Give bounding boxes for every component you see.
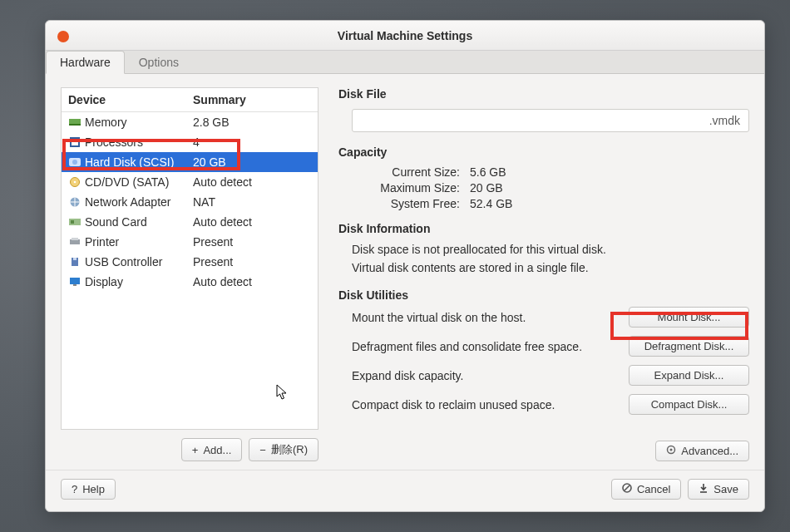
svg-point-17 <box>670 449 673 451</box>
system-free-label: System Free: <box>352 197 460 210</box>
device-row-processors[interactable]: Processors 4 <box>62 132 318 152</box>
svg-rect-11 <box>72 238 78 240</box>
device-summary: Auto detect <box>193 214 311 229</box>
device-summary: Present <box>193 234 311 249</box>
help-label: Help <box>82 483 105 495</box>
compact-disk-button[interactable]: Compact Disk... <box>629 394 749 415</box>
capacity-grid: Current Size: 5.6 GB Maximum Size: 20 GB… <box>352 165 749 210</box>
tab-options[interactable]: Options <box>125 51 193 74</box>
util-defrag-text: Defragment files and consolidate free sp… <box>352 340 582 353</box>
svg-line-19 <box>625 485 630 490</box>
device-name: Network Adapter <box>85 195 193 209</box>
device-name: Sound Card <box>85 214 193 229</box>
compact-label: Compact Disk... <box>651 398 728 411</box>
disk-info-line1: Disk space is not preallocated for this … <box>352 240 749 259</box>
device-list[interactable]: Device Summary Memory 2.8 GB Processors … <box>61 87 318 430</box>
save-button[interactable]: Save <box>688 479 749 500</box>
add-button[interactable]: + Add... <box>181 438 243 461</box>
settings-window: Virtual Machine Settings Hardware Option… <box>45 20 765 512</box>
device-row-harddisk[interactable]: Hard Disk (SCSI) 20 GB <box>62 152 318 172</box>
device-summary: 4 <box>193 135 311 150</box>
svg-point-4 <box>72 160 77 165</box>
help-icon: ? <box>72 483 77 495</box>
svg-rect-14 <box>70 278 80 284</box>
printer-icon <box>68 236 81 248</box>
device-row-cddvd[interactable]: CD/DVD (SATA) Auto detect <box>62 172 318 192</box>
add-label: Add... <box>203 444 231 456</box>
expand-disk-button[interactable]: Expand Disk... <box>629 365 749 386</box>
defragment-disk-button[interactable]: Defragment Disk... <box>629 336 749 357</box>
device-row-display[interactable]: Display Auto detect <box>62 272 318 292</box>
close-icon[interactable] <box>57 31 69 42</box>
util-mount-text: Mount the virtual disk on the host. <box>352 311 526 324</box>
minus-icon: − <box>259 444 266 456</box>
device-name: USB Controller <box>85 254 193 269</box>
mount-label: Mount Disk... <box>658 311 721 323</box>
disk-info-line2: Virtual disk contents are stored in a si… <box>352 259 749 277</box>
svg-rect-15 <box>73 284 77 286</box>
device-summary: Auto detect <box>193 175 311 190</box>
device-name: CD/DVD (SATA) <box>85 175 193 190</box>
util-expand-text: Expand disk capacity. <box>352 369 463 382</box>
device-name: Display <box>85 274 193 289</box>
mount-disk-button[interactable]: Mount Disk... <box>629 307 749 328</box>
tabs: Hardware Options <box>46 51 764 74</box>
current-size-label: Current Size: <box>352 165 460 179</box>
device-list-header: Device Summary <box>62 88 318 112</box>
device-summary: Present <box>193 254 311 269</box>
gear-icon <box>666 445 676 457</box>
tab-hardware[interactable]: Hardware <box>46 51 125 74</box>
cancel-label: Cancel <box>637 483 670 495</box>
svg-rect-2 <box>71 138 79 146</box>
device-row-printer[interactable]: Printer Present <box>62 232 318 252</box>
net-icon <box>68 196 81 208</box>
device-name: Hard Disk (SCSI) <box>85 155 193 170</box>
advanced-label: Advanced... <box>681 445 738 457</box>
window-title: Virtual Machine Settings <box>338 29 472 42</box>
save-icon <box>699 483 709 495</box>
device-row-memory[interactable]: Memory 2.8 GB <box>62 112 318 132</box>
save-label: Save <box>713 483 738 495</box>
help-button[interactable]: ? Help <box>61 479 116 500</box>
defrag-label: Defragment Disk... <box>644 340 734 352</box>
device-summary: NAT <box>193 195 311 209</box>
disk-file-value: .vmdk <box>709 114 740 127</box>
util-compact-text: Compact disk to reclaim unused space. <box>352 398 555 411</box>
advanced-button[interactable]: Advanced... <box>655 441 749 461</box>
device-summary: 20 GB <box>193 155 311 170</box>
device-row-network[interactable]: Network Adapter NAT <box>62 192 318 212</box>
remove-label: 删除(R) <box>271 442 308 457</box>
disk-icon <box>68 156 81 168</box>
cd-icon <box>68 176 81 188</box>
svg-rect-13 <box>73 258 77 260</box>
max-size-value: 20 GB <box>470 181 749 195</box>
svg-point-6 <box>74 181 77 184</box>
cancel-icon <box>622 483 632 495</box>
svg-rect-1 <box>69 124 81 126</box>
disk-file-heading: Disk File <box>338 87 749 101</box>
titlebar: Virtual Machine Settings <box>46 21 764 51</box>
device-row-sound[interactable]: Sound Card Auto detect <box>62 212 318 232</box>
plus-icon: + <box>192 444 199 456</box>
expand-label: Expand Disk... <box>654 369 724 382</box>
device-name: Memory <box>85 115 193 130</box>
cancel-button[interactable]: Cancel <box>611 479 681 500</box>
capacity-heading: Capacity <box>338 145 749 159</box>
cpu-icon <box>68 136 81 148</box>
current-size-value: 5.6 GB <box>470 165 749 179</box>
disk-info-heading: Disk Information <box>338 222 749 235</box>
column-summary: Summary <box>193 93 311 106</box>
device-summary: 2.8 GB <box>193 115 311 130</box>
memory-icon <box>68 116 81 128</box>
usb-icon <box>68 256 81 268</box>
device-row-usb[interactable]: USB Controller Present <box>62 252 318 272</box>
remove-button[interactable]: − 删除(R) <box>249 438 318 461</box>
device-name: Printer <box>85 234 193 249</box>
device-summary: Auto detect <box>193 274 311 289</box>
column-device: Device <box>68 93 193 106</box>
device-name: Processors <box>85 135 193 150</box>
disk-utilities-heading: Disk Utilities <box>338 288 749 302</box>
disk-file-field[interactable]: .vmdk <box>352 109 749 132</box>
display-icon <box>68 276 81 288</box>
sound-icon <box>68 216 81 228</box>
